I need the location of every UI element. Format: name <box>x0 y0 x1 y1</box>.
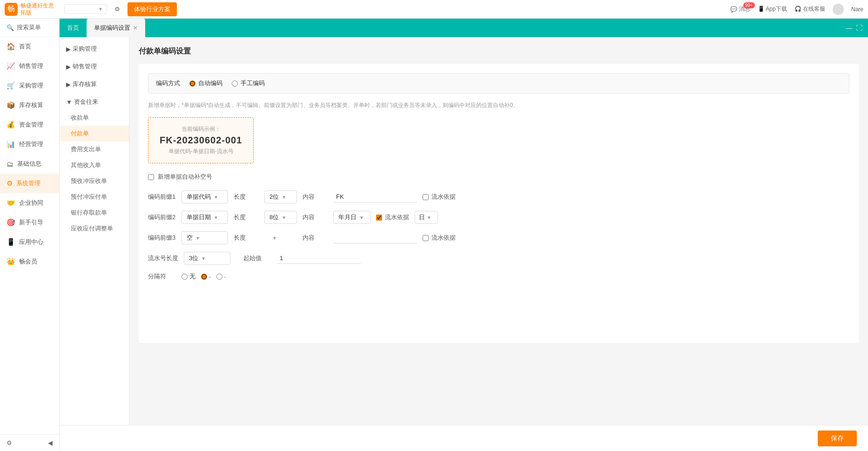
group-sales-header[interactable]: ▶ 销售管理 <box>60 59 129 74</box>
group-finance-header[interactable]: ▼ 资金往来 <box>60 94 129 110</box>
length-label-2: 长度 <box>234 213 262 222</box>
stream-unit-select[interactable]: 日 ▼ <box>415 211 438 224</box>
prefix-row-1: 编码前缀1 单据代码 ▼ 长度 2位 ▼ 内容 流水依据 <box>148 190 849 203</box>
length-select-1[interactable]: 2位 ▼ <box>264 190 297 203</box>
group-inventory-header[interactable]: ▶ 库存核算 <box>60 76 129 92</box>
content-label-3: 内容 <box>303 234 330 242</box>
sidebar-item-system[interactable]: ⚙ 系统管理 <box>0 174 59 193</box>
settings-icon[interactable]: ⚙ <box>111 3 124 16</box>
separator-dot-option[interactable]: · <box>201 273 211 280</box>
sidebar-item-guide[interactable]: 🎯 新手引导 <box>0 213 59 232</box>
separator-none-radio[interactable] <box>182 274 188 280</box>
length-select-3[interactable]: ▼ <box>264 233 297 243</box>
separator-dash-option[interactable]: · <box>216 273 226 280</box>
prefix-select-2[interactable]: 单据日期 ▼ <box>182 211 228 224</box>
sidebar-bottom[interactable]: ⚙ ◀ <box>0 434 59 451</box>
manual-code-option[interactable]: 手工编码 <box>232 79 265 88</box>
tab-close-icon[interactable]: ✕ <box>133 25 138 31</box>
home-icon: 🏠 <box>7 42 15 51</box>
menu-item-bank[interactable]: 银行存取款单 <box>60 205 129 221</box>
content-input-1[interactable] <box>333 191 417 202</box>
chevron-icon6: ▼ <box>427 215 431 220</box>
content-input-3[interactable] <box>333 232 417 243</box>
group-purchase-header[interactable]: ▶ 采购管理 <box>60 41 129 57</box>
stream-checkbox-3[interactable] <box>423 235 429 241</box>
logo-text: 畅捷通好生意 拓版 <box>20 2 54 16</box>
stream-checkbox-1[interactable] <box>423 194 429 200</box>
separator-dot-radio[interactable] <box>201 274 207 280</box>
start-value-input[interactable] <box>277 253 361 264</box>
content-group-2: 内容 年月日 ▼ <box>303 211 370 224</box>
user-name[interactable]: Nare <box>851 6 863 13</box>
auto-fill-row: 新增单据自动补空号 <box>148 173 849 181</box>
menu-item-expense[interactable]: 费用支出单 <box>60 141 129 157</box>
sidebar-item-basic[interactable]: 🗂 基础信息 <box>0 154 59 174</box>
serial-length-select[interactable]: 3位 ▼ <box>184 252 230 265</box>
stream-check-1[interactable]: 流水依据 <box>423 193 456 201</box>
tab-bar-actions: — ⛶ <box>846 24 868 32</box>
coding-method-label: 编码方式 <box>156 79 180 88</box>
collapse-button[interactable]: ◀ <box>48 439 53 446</box>
auto-code-option[interactable]: 自动编码 <box>189 79 222 88</box>
content-label-1: 内容 <box>303 193 330 201</box>
window-maximize-icon[interactable]: ⛶ <box>856 24 862 32</box>
auto-code-radio[interactable] <box>189 81 195 87</box>
stream-check-2[interactable]: 流水依据 <box>376 213 409 222</box>
prefix-select-3[interactable]: 空 ▼ <box>182 231 228 244</box>
sidebar-item-enterprise[interactable]: 🤝 企业协同 <box>0 193 59 213</box>
chevron-icon2: ▼ <box>282 195 286 200</box>
sidebar-item-finance[interactable]: 💰 资金管理 <box>0 115 59 135</box>
menu-item-advance-pay[interactable]: 预付冲应付单 <box>60 189 129 205</box>
prefix-select-1[interactable]: 单据代码 ▼ <box>182 190 228 203</box>
sidebar-item-home[interactable]: 🏠 首页 <box>0 37 59 56</box>
menu-item-adjustment[interactable]: 应收应付调整单 <box>60 221 129 236</box>
sidebar-item-appstore[interactable]: 📱 应用中心 <box>0 232 59 252</box>
app-download-link[interactable]: 📱 App下载 <box>758 5 787 13</box>
chevron-icon7: ▼ <box>195 236 200 241</box>
sidebar-item-sales[interactable]: 📈 销售管理 <box>0 56 59 76</box>
save-button[interactable]: 保存 <box>818 431 857 446</box>
message-button[interactable]: 💬 消息 99+ <box>730 5 750 13</box>
content-select-2[interactable]: 年月日 ▼ <box>333 211 370 224</box>
top-bar: 畅 畅捷通好生意 拓版 ▼ ⚙ 体验行业方案 💬 消息 99+ 📱 App下载 … <box>0 0 868 19</box>
stream-checkbox-2[interactable] <box>376 215 382 221</box>
separator-none-option[interactable]: 无 <box>182 272 195 281</box>
sidebar-item-purchase[interactable]: 🛒 采购管理 <box>0 76 59 95</box>
prefix-label-2: 编码前缀2 <box>148 213 176 222</box>
auto-fill-checkbox[interactable] <box>148 174 154 180</box>
top-bar-middle: ▼ ⚙ 体验行业方案 <box>64 2 727 16</box>
preview-code: FK-20230602-001 <box>160 135 242 146</box>
window-minimize-icon[interactable]: — <box>846 24 852 32</box>
length-select-2[interactable]: 8位 ▼ <box>264 211 297 224</box>
menu-item-receipt[interactable]: 收款单 <box>60 110 129 126</box>
chevron-down-icon2: ▼ <box>66 99 72 106</box>
online-service-link[interactable]: 🎧 在线客服 <box>794 5 825 13</box>
tab-code-settings[interactable]: 单据编码设置 ✕ <box>87 19 145 37</box>
menu-item-income[interactable]: 其他收入单 <box>60 157 129 173</box>
sidebar-item-operation[interactable]: 📊 经营管理 <box>0 135 59 154</box>
main-content: 付款单编码设置 编码方式 自动编码 手工编码 新增单据时，*单据编码*自动生成，… <box>129 37 868 451</box>
menu-item-advance-recv[interactable]: 预收冲应收单 <box>60 173 129 189</box>
preview-label: 当前编码示例： <box>160 125 242 133</box>
separator-dash-radio[interactable] <box>216 274 222 280</box>
search-menu-button[interactable]: 🔍 搜索菜单 <box>0 19 59 37</box>
tab-home[interactable]: 首页 <box>60 19 87 37</box>
prefix-label-3: 编码前缀3 <box>148 234 176 242</box>
stream-check-3[interactable]: 流水依据 <box>423 234 456 242</box>
sidebar-item-member[interactable]: 👑 畅会员 <box>0 252 59 271</box>
chevron-right-icon3: ▶ <box>66 81 71 88</box>
logo-icon: 畅 <box>5 3 18 16</box>
chevron-icon: ▼ <box>214 195 218 200</box>
menu-item-payment[interactable]: 付款单 <box>60 126 129 141</box>
chevron-icon8: ▼ <box>272 236 277 241</box>
chevron-down-icon: ▼ <box>98 7 103 12</box>
system-icon: ⚙ <box>7 179 13 188</box>
manual-code-radio[interactable] <box>232 81 238 87</box>
top-bar-dropdown[interactable]: ▼ <box>64 4 107 14</box>
member-icon: 👑 <box>7 257 15 266</box>
serial-row: 流水号长度 3位 ▼ 起始值 <box>148 252 849 265</box>
try-button[interactable]: 体验行业方案 <box>128 2 177 16</box>
serial-length-label: 流水号长度 <box>148 254 178 263</box>
avatar[interactable] <box>833 4 844 15</box>
sidebar-item-inventory[interactable]: 📦 库存核算 <box>0 95 59 115</box>
